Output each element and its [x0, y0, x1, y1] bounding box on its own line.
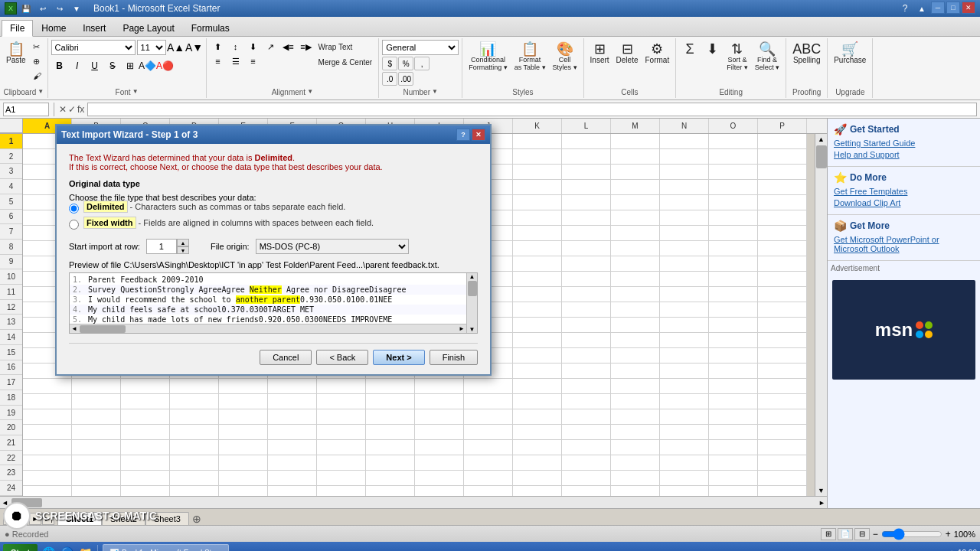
- indent-decrease-button[interactable]: ◀≡: [280, 40, 297, 54]
- dialog-help-button[interactable]: ?: [456, 129, 470, 141]
- decrease-font-button[interactable]: A▼: [186, 40, 203, 55]
- cell-F22[interactable]: [268, 455, 317, 471]
- cell-A23[interactable]: [23, 471, 72, 486]
- cell-E23[interactable]: [219, 471, 268, 486]
- cell-E19[interactable]: [219, 409, 268, 425]
- cell-G20[interactable]: [317, 425, 366, 440]
- cell-H21[interactable]: [366, 440, 415, 455]
- cell-M11[interactable]: [611, 287, 660, 302]
- row-num-2[interactable]: 2: [0, 149, 22, 165]
- preview-hscroll[interactable]: ◄ ►: [70, 324, 466, 333]
- cell-I20[interactable]: [415, 425, 464, 440]
- underline-button[interactable]: U: [87, 58, 103, 73]
- cell-F17[interactable]: [268, 379, 317, 394]
- cancel-formula-icon[interactable]: ✕: [59, 104, 67, 115]
- row-num-12[interactable]: 12: [0, 300, 22, 315]
- number-expand[interactable]: ▼: [432, 88, 438, 95]
- cell-K16[interactable]: [513, 364, 562, 379]
- cell-P4[interactable]: [758, 180, 807, 195]
- cell-A17[interactable]: [23, 379, 72, 394]
- cell-O19[interactable]: [709, 409, 758, 425]
- align-top-button[interactable]: ⬆: [210, 40, 227, 54]
- spinner-down-button[interactable]: ▼: [177, 246, 189, 254]
- cell-L22[interactable]: [562, 455, 611, 471]
- start-button[interactable]: Start: [3, 544, 38, 551]
- cell-D19[interactable]: [170, 409, 219, 425]
- row-num-13[interactable]: 13: [0, 315, 22, 330]
- cell-O20[interactable]: [709, 425, 758, 440]
- format-painter-button[interactable]: 🖌: [30, 69, 44, 83]
- finish-button[interactable]: Finish: [430, 350, 478, 365]
- border-button[interactable]: ⊞: [122, 58, 139, 73]
- maximize-button[interactable]: □: [946, 2, 960, 14]
- cell-M20[interactable]: [611, 425, 660, 440]
- cell-M4[interactable]: [611, 180, 660, 195]
- cell-J20[interactable]: [464, 425, 513, 440]
- cell-L12[interactable]: [562, 302, 611, 318]
- cell-L21[interactable]: [562, 440, 611, 455]
- paste-button[interactable]: 📋 Paste: [3, 40, 29, 67]
- cell-K3[interactable]: [513, 165, 562, 180]
- cell-L13[interactable]: [562, 318, 611, 333]
- cell-N5[interactable]: [660, 195, 709, 210]
- cell-L5[interactable]: [562, 195, 611, 210]
- row-num-4[interactable]: 4: [0, 179, 22, 194]
- cell-M14[interactable]: [611, 333, 660, 348]
- cell-N1[interactable]: [660, 134, 709, 149]
- undo-qat-button[interactable]: ↩: [35, 2, 51, 15]
- row-num-9[interactable]: 9: [0, 255, 22, 270]
- back-button[interactable]: < Back: [316, 350, 368, 365]
- zoom-increase-button[interactable]: +: [946, 529, 951, 540]
- cell-K8[interactable]: [513, 241, 562, 256]
- row-num-8[interactable]: 8: [0, 240, 22, 255]
- row-num-3[interactable]: 3: [0, 164, 22, 179]
- cell-N12[interactable]: [660, 302, 709, 318]
- cell-M2[interactable]: [611, 149, 660, 165]
- cell-I21[interactable]: [415, 440, 464, 455]
- cell-M3[interactable]: [611, 165, 660, 180]
- cell-P21[interactable]: [758, 440, 807, 455]
- indent-increase-button[interactable]: ≡▶: [298, 40, 315, 54]
- increase-font-button[interactable]: A▲: [168, 40, 185, 55]
- cell-M5[interactable]: [611, 195, 660, 210]
- cell-O24[interactable]: [709, 486, 758, 496]
- preview-scroll-down[interactable]: ▼: [467, 326, 477, 333]
- cell-N16[interactable]: [660, 364, 709, 379]
- cell-B24[interactable]: [72, 486, 121, 496]
- cell-O5[interactable]: [709, 195, 758, 210]
- cell-K14[interactable]: [513, 333, 562, 348]
- cell-D20[interactable]: [170, 425, 219, 440]
- formula-input[interactable]: [87, 103, 977, 116]
- strikethrough-button[interactable]: S̶: [104, 58, 121, 73]
- cell-L10[interactable]: [562, 272, 611, 287]
- vertical-scrollbar[interactable]: ▲ ▼: [815, 134, 827, 496]
- align-bottom-button[interactable]: ⬇: [245, 40, 262, 54]
- cell-J18[interactable]: [464, 394, 513, 409]
- spelling-button[interactable]: ABC Spelling: [789, 40, 824, 67]
- fixed-width-radio[interactable]: [69, 220, 79, 230]
- cell-G18[interactable]: [317, 394, 366, 409]
- cell-L19[interactable]: [562, 409, 611, 425]
- cell-O18[interactable]: [709, 394, 758, 409]
- align-center-button[interactable]: ☰: [227, 54, 244, 68]
- cell-O13[interactable]: [709, 318, 758, 333]
- cell-M18[interactable]: [611, 394, 660, 409]
- cell-P2[interactable]: [758, 149, 807, 165]
- row-num-11[interactable]: 11: [0, 285, 22, 300]
- cell-K13[interactable]: [513, 318, 562, 333]
- cell-L24[interactable]: [562, 486, 611, 496]
- cell-M8[interactable]: [611, 241, 660, 256]
- row-num-14[interactable]: 14: [0, 330, 22, 345]
- clipboard-expand[interactable]: ▼: [38, 88, 44, 95]
- italic-button[interactable]: I: [69, 58, 86, 73]
- cell-N10[interactable]: [660, 272, 709, 287]
- cell-M6[interactable]: [611, 210, 660, 226]
- cell-C24[interactable]: [121, 486, 170, 496]
- percent-button[interactable]: %: [398, 57, 413, 70]
- fill-button[interactable]: ⬇: [701, 40, 723, 58]
- file-origin-select[interactable]: MS-DOS (PC-8) Windows (ANSI) Unicode: [256, 239, 409, 254]
- cell-F19[interactable]: [268, 409, 317, 425]
- cell-H18[interactable]: [366, 394, 415, 409]
- taskbar-chrome-icon[interactable]: 🔵: [59, 545, 74, 551]
- cell-L6[interactable]: [562, 210, 611, 226]
